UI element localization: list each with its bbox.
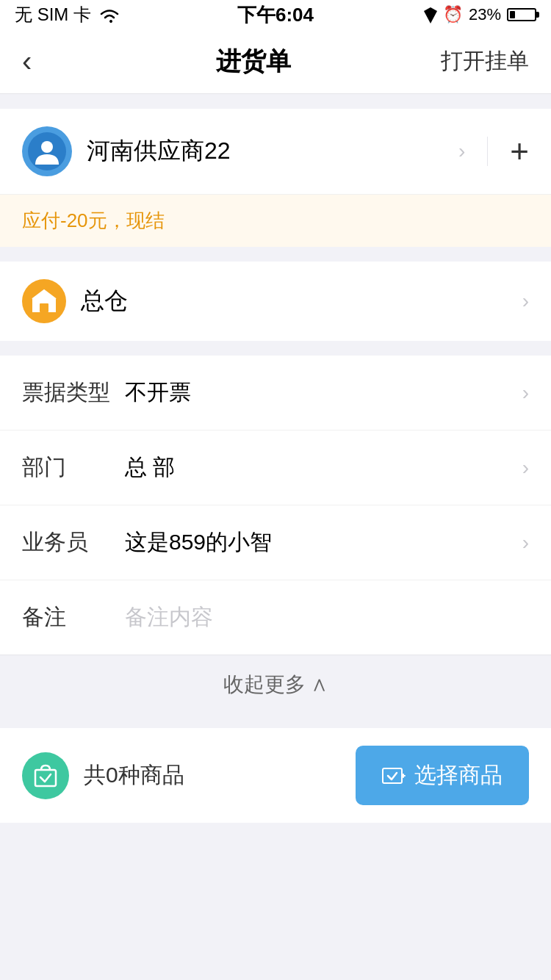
department-label: 部门 bbox=[22, 453, 125, 483]
back-button[interactable]: ‹ bbox=[22, 45, 66, 78]
invoice-chevron-icon: › bbox=[522, 381, 529, 405]
warehouse-row[interactable]: 总仓 › bbox=[0, 262, 551, 341]
form-row-salesperson[interactable]: 业务员 这是859的小智 › bbox=[0, 505, 551, 580]
salesperson-chevron-icon: › bbox=[522, 531, 529, 555]
section-gap-4 bbox=[0, 713, 551, 728]
warehouse-icon bbox=[22, 279, 66, 323]
location-icon bbox=[424, 5, 437, 24]
form-row-invoice[interactable]: 票据类型 不开票 › bbox=[0, 356, 551, 430]
product-count: 共0种商品 bbox=[84, 760, 184, 790]
department-value: 总 部 bbox=[125, 453, 522, 483]
salesperson-label: 业务员 bbox=[22, 527, 125, 558]
battery-icon bbox=[507, 8, 536, 21]
svg-rect-1 bbox=[40, 303, 48, 312]
department-chevron-icon: › bbox=[522, 456, 529, 480]
page-background bbox=[0, 823, 551, 980]
section-gap-1 bbox=[0, 94, 551, 109]
supplier-section: 河南供应商22 › + 应付-20元，现结 bbox=[0, 109, 551, 247]
select-product-button[interactable]: 选择商品 bbox=[356, 746, 529, 805]
avatar-inner bbox=[28, 132, 66, 170]
supplier-row[interactable]: 河南供应商22 › + bbox=[0, 109, 551, 195]
status-time: 下午6:04 bbox=[237, 2, 314, 28]
section-gap-3 bbox=[0, 341, 551, 356]
notice-bar: 应付-20元，现结 bbox=[0, 195, 551, 247]
form-row-remark[interactable]: 备注 备注内容 bbox=[0, 580, 551, 655]
status-right: ⏰ 23% bbox=[424, 5, 536, 24]
page-title: 进货单 bbox=[216, 45, 291, 79]
svg-point-0 bbox=[41, 141, 53, 153]
section-gap-2 bbox=[0, 247, 551, 262]
vertical-divider bbox=[487, 137, 488, 166]
status-left: 无 SIM 卡 bbox=[15, 3, 120, 26]
nav-bar: ‹ 进货单 打开挂单 bbox=[0, 29, 551, 94]
product-left: 共0种商品 bbox=[22, 752, 184, 799]
status-bar: 无 SIM 卡 下午6:04 ⏰ 23% bbox=[0, 0, 551, 29]
sim-text: 无 SIM 卡 bbox=[15, 3, 91, 26]
supplier-avatar bbox=[22, 126, 72, 176]
collapse-label: 收起更多 ∧ bbox=[223, 671, 328, 699]
salesperson-value: 这是859的小智 bbox=[125, 527, 522, 558]
invoice-value: 不开票 bbox=[125, 378, 522, 408]
supplier-actions: › + bbox=[458, 135, 529, 167]
alarm-icon: ⏰ bbox=[443, 5, 463, 24]
supplier-chevron-icon: › bbox=[458, 140, 465, 163]
invoice-label: 票据类型 bbox=[22, 378, 125, 408]
select-btn-label: 选择商品 bbox=[414, 760, 503, 790]
svg-rect-3 bbox=[383, 768, 402, 783]
warehouse-name: 总仓 bbox=[81, 285, 522, 317]
product-bar: 共0种商品 选择商品 bbox=[0, 728, 551, 823]
battery-percent: 23% bbox=[469, 5, 501, 24]
form-row-department[interactable]: 部门 总 部 › bbox=[0, 430, 551, 505]
remark-label: 备注 bbox=[22, 602, 125, 633]
remark-input[interactable]: 备注内容 bbox=[125, 602, 529, 633]
notice-text: 应付-20元，现结 bbox=[22, 209, 165, 231]
supplier-name: 河南供应商22 bbox=[87, 135, 458, 167]
product-icon-circle bbox=[22, 752, 69, 799]
warehouse-chevron-icon: › bbox=[522, 289, 529, 313]
wifi-icon bbox=[98, 4, 120, 25]
open-hang-button[interactable]: 打开挂单 bbox=[441, 46, 529, 76]
svg-rect-2 bbox=[35, 770, 56, 786]
form-section: 票据类型 不开票 › 部门 总 部 › 业务员 这是859的小智 › 备注 备注… bbox=[0, 356, 551, 713]
add-button[interactable]: + bbox=[510, 135, 529, 167]
warehouse-section: 总仓 › bbox=[0, 262, 551, 341]
collapse-row[interactable]: 收起更多 ∧ bbox=[0, 655, 551, 713]
